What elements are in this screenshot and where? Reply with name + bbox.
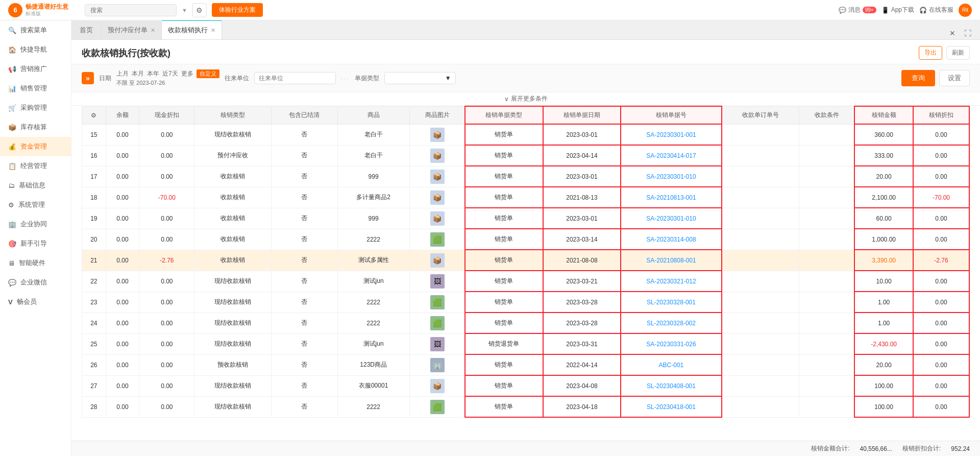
page-title: 收款核销执行(按收款) xyxy=(82,47,919,59)
date-this-month[interactable]: 本月 xyxy=(132,69,144,78)
app-download-btn[interactable]: 📱 App下载 xyxy=(881,6,914,14)
table-row: 15 0.00 0.00 现结收款核销 否 老白干 📦 销货单 2023-03-… xyxy=(82,124,970,145)
col-header-cancel-discount: 核销折扣 xyxy=(913,106,969,124)
footer-cancel-amount-value: 40,556,66... xyxy=(860,445,892,452)
expand-more-bar: ∨ 展开更多条件 xyxy=(71,92,980,106)
tab-receipt[interactable]: 收款核销执行 ✕ xyxy=(162,20,222,39)
sidebar-item-operation[interactable]: 📋 经营管理 xyxy=(0,156,71,176)
table-row: 25 0.00 0.00 现结收款核销 否 测试jun 🖼 销货退货单 2023… xyxy=(82,333,970,354)
col-header-include-settled: 包含已结清 xyxy=(272,106,337,124)
tab-prepay[interactable]: 预付冲应付单 ✕ xyxy=(102,21,162,39)
col-header-cancel-type: 核销类型 xyxy=(194,106,272,124)
basic-icon: 🗂 xyxy=(8,182,15,189)
bill-no-link[interactable]: SA-20230301-010 xyxy=(646,173,696,180)
hardware-icon: 🖥 xyxy=(8,259,15,267)
sidebar-item-basic[interactable]: 🗂 基础信息 xyxy=(0,176,71,195)
corp-icon: 🏢 xyxy=(8,221,16,228)
footer-cancel-amount-label: 核销金额合计: xyxy=(811,444,849,453)
tab-home[interactable]: 首页 xyxy=(71,21,102,39)
table-row: 21 0.00 -2.76 收款核销 否 测试多属性 📦 销货单 2021-08… xyxy=(82,250,970,271)
bill-no-link[interactable]: SA-20210813-001 xyxy=(646,194,696,201)
tab-prepay-close[interactable]: ✕ xyxy=(151,27,155,34)
bill-no-link[interactable]: SA-20230331-026 xyxy=(646,341,696,348)
bill-no-link[interactable]: SA-20210808-001 xyxy=(646,257,696,264)
bill-no-link[interactable]: ABC-001 xyxy=(659,362,684,369)
export-btn[interactable]: 导出 xyxy=(919,46,942,60)
inventory-icon: 📦 xyxy=(8,124,16,131)
col-header-bill-date: 核销单据日期 xyxy=(543,106,621,124)
sidebar-item-hardware[interactable]: 🖥 智能硬件 xyxy=(0,253,71,273)
col-header-product-img: 商品图片 xyxy=(409,106,465,124)
newbie-icon: 🎯 xyxy=(8,240,16,248)
sidebar-item-member[interactable]: V 畅会员 xyxy=(0,292,71,311)
table-row: 18 0.00 -70.00 收款核销 否 多计量商品2 📦 销货单 2021-… xyxy=(82,187,970,208)
col-header-cancel-amount: 核销金额 xyxy=(854,106,913,124)
logo-area: 6 畅捷通谱好生意 标准版 xyxy=(8,3,80,17)
window-expand-btn[interactable]: ⛶ xyxy=(962,27,974,39)
user-avatar[interactable]: Rit xyxy=(959,4,972,17)
expand-more-btn[interactable]: ∨ 展开更多条件 xyxy=(504,94,548,103)
marketing-icon: 📢 xyxy=(8,65,16,73)
sidebar-item-system[interactable]: ⚙ 系统管理 xyxy=(0,195,71,214)
date-more[interactable]: 更多 xyxy=(181,69,193,78)
filter-expand-btn[interactable]: » xyxy=(82,72,94,84)
sidebar: 🔍 搜索菜单 🏠 快捷导航 📢 营销推广 📊 销售管理 🛒 采购管理 📦 库存核… xyxy=(0,20,71,456)
query-btn[interactable]: 查询 xyxy=(901,70,935,86)
col-header-gear[interactable]: ⚙ xyxy=(82,106,106,124)
table-row: 20 0.00 0.00 收款核销 否 2222 🟩 销货单 2023-03-1… xyxy=(82,229,970,250)
sidebar-item-sales[interactable]: 📊 销售管理 xyxy=(0,79,71,98)
date-custom[interactable]: 自定义 xyxy=(197,69,219,78)
partner-input[interactable] xyxy=(254,72,336,84)
bill-no-link[interactable]: SL-20230328-001 xyxy=(647,299,696,306)
table-footer: 核销金额合计: 40,556,66... 核销折扣合计: 952.24 xyxy=(71,441,980,456)
partner-label: 往来单位 xyxy=(225,74,249,83)
bill-no-link[interactable]: SL-20230418-001 xyxy=(647,403,696,411)
bill-no-link[interactable]: SA-20230301-010 xyxy=(646,215,696,222)
date-this-year[interactable]: 本年 xyxy=(147,69,159,78)
bill-no-link[interactable]: SA-20230314-008 xyxy=(646,236,696,243)
dots-separator: ··· xyxy=(341,75,350,82)
window-close-btn[interactable]: ✕ xyxy=(946,27,959,39)
footer-cancel-discount-label: 核销折扣合计: xyxy=(902,444,941,453)
bill-no-link[interactable]: SL-20230328-002 xyxy=(647,320,696,327)
sidebar-item-wechat[interactable]: 💬 企业微信 xyxy=(0,273,71,292)
industry-btn[interactable]: 体验行业方案 xyxy=(212,3,263,17)
online-service-btn[interactable]: 🎧 在线客服 xyxy=(919,6,953,14)
headset-icon: 🎧 xyxy=(919,7,927,14)
search-input[interactable] xyxy=(85,4,177,16)
sidebar-item-newbie[interactable]: 🎯 新手引导 xyxy=(0,234,71,253)
sidebar-item-finance[interactable]: 💰 资金管理 xyxy=(0,137,71,156)
messages-area[interactable]: 💬 消息 99+ xyxy=(839,6,876,14)
bill-no-link[interactable]: SA-20230414-017 xyxy=(646,152,696,159)
settings-btn[interactable]: 设置 xyxy=(939,70,970,86)
col-header-bill-type: 核销单据类型 xyxy=(465,106,543,124)
sidebar-item-marketing[interactable]: 📢 营销推广 xyxy=(0,59,71,79)
sales-icon: 📊 xyxy=(8,85,16,92)
finance-icon: 💰 xyxy=(8,143,16,151)
sidebar-item-inventory[interactable]: 📦 库存核算 xyxy=(0,117,71,137)
bill-type-select[interactable]: ▼ xyxy=(384,72,456,84)
table-row: 16 0.00 0.00 预付冲应收 否 老白干 📦 销货单 2023-04-1… xyxy=(82,145,970,166)
logo-name: 畅捷通谱好生意 xyxy=(26,3,68,10)
col-header-balance: 余额 xyxy=(106,106,139,124)
page-header: 收款核销执行(按收款) 导出 刷新 xyxy=(71,40,980,64)
tab-receipt-close[interactable]: ✕ xyxy=(211,27,215,34)
bill-no-link[interactable]: SA-20230301-001 xyxy=(646,131,696,138)
date-range-value: 不限 至 2023-07-26 xyxy=(116,79,219,87)
table-row: 17 0.00 0.00 收款核销 否 999 📦 销货单 2023-03-01… xyxy=(82,166,970,187)
refresh-btn[interactable]: 刷新 xyxy=(946,46,970,60)
sidebar-item-shortcut[interactable]: 🏠 快捷导航 xyxy=(0,40,71,59)
bill-no-link[interactable]: SL-20230408-001 xyxy=(647,382,696,390)
col-header-receipt-order: 收款单订单号 xyxy=(722,106,799,124)
sidebar-item-search[interactable]: 🔍 搜索菜单 xyxy=(0,20,71,40)
sidebar-item-purchase[interactable]: 🛒 采购管理 xyxy=(0,98,71,117)
date-7days[interactable]: 近7天 xyxy=(162,69,178,78)
date-label: 日期 xyxy=(99,74,111,83)
system-icon: ⚙ xyxy=(8,201,14,209)
gear-button[interactable]: ⚙ xyxy=(192,3,207,17)
table-row: 26 0.00 0.00 预收款核销 否 123D商品 🏢 销货单 2022-0… xyxy=(82,354,970,375)
col-header-product: 商品 xyxy=(337,106,409,124)
sidebar-item-corp[interactable]: 🏢 企业协同 xyxy=(0,214,71,234)
date-prev-month[interactable]: 上月 xyxy=(116,69,129,78)
bill-no-link[interactable]: SA-20230321-012 xyxy=(646,278,696,285)
